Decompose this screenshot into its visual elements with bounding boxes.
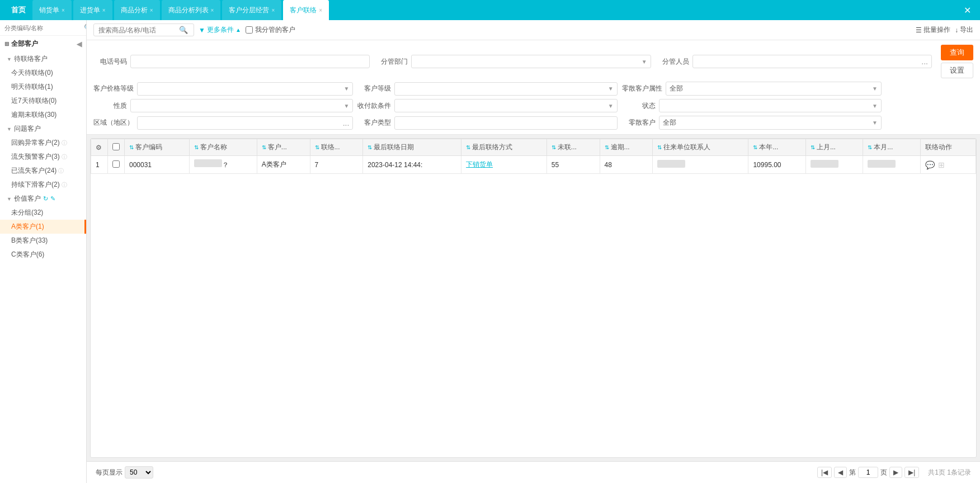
group-problem-label[interactable]: ▼ 问题客户	[0, 122, 86, 136]
filter-status-select[interactable]: ▼	[659, 99, 882, 112]
row-checkbox[interactable]	[112, 160, 120, 168]
th-overdue-label: 逾期...	[611, 143, 630, 151]
batch-op-icon: ☰	[916, 26, 922, 34]
sort-this-year-icon[interactable]: ⇅	[753, 144, 757, 150]
tab-purchase-label: 进货单	[80, 6, 100, 15]
tab-purchase[interactable]: 进货单 ×	[73, 0, 112, 20]
sort-last-date-icon[interactable]: ⇅	[368, 144, 372, 150]
td-checkbox[interactable]	[108, 156, 125, 174]
filter-payment-select[interactable]: ▼	[394, 99, 617, 112]
tab-product-analysis-close[interactable]: ×	[150, 7, 153, 13]
tab-customer-contact-close[interactable]: ×	[319, 7, 322, 13]
filter-retail-attr-select[interactable]: 全部 ▼	[666, 82, 882, 96]
tab-sales-close[interactable]: ×	[62, 7, 65, 13]
group-value-edit[interactable]: ✎	[50, 195, 55, 202]
filter-nature-select[interactable]: ▼	[130, 99, 353, 112]
sort-overdue-icon[interactable]: ⇅	[605, 144, 609, 150]
filter-dept-caret: ▼	[642, 59, 647, 65]
window-close-button[interactable]: ✕	[959, 5, 976, 16]
sidebar-item-7days[interactable]: 近7天待联络(0)	[0, 94, 86, 108]
td-this-year: 10995.00	[748, 156, 805, 174]
last-method-link[interactable]: 下销货单	[466, 160, 493, 168]
filter-retail2-value: 全部	[663, 118, 676, 127]
batch-op-label: 批量操作	[924, 25, 950, 35]
filter-phone-input[interactable]	[130, 55, 370, 68]
sidebar-item-tomorrow[interactable]: 明天待联络(1)	[0, 80, 86, 94]
my-customers-checkbox-label[interactable]: 我分管的客户	[246, 25, 295, 35]
group-value-refresh[interactable]: ↻	[43, 195, 48, 202]
th-gear[interactable]: ⚙	[91, 139, 108, 156]
tab-purchase-close[interactable]: ×	[102, 7, 106, 13]
sidebar-collapse-button[interactable]: ◀	[77, 40, 82, 48]
batch-op-button[interactable]: ☰ 批量操作	[916, 25, 950, 35]
sidebar-item-ungroup[interactable]: 未分组(32)	[0, 206, 86, 220]
sort-code-icon[interactable]: ⇅	[129, 144, 134, 150]
th-no-contact: ⇅未联...	[546, 139, 600, 156]
page-size-select[interactable]: 20 50 100	[125, 466, 153, 479]
th-last-date-label: 最后联络日期	[374, 143, 414, 151]
tab-customer-tier-close[interactable]: ×	[271, 7, 275, 13]
tab-product-analysis-list[interactable]: 商品分析列表 ×	[162, 0, 221, 20]
filter-customer-level-select[interactable]: ▼	[394, 82, 617, 96]
sidebar-search-input[interactable]	[4, 25, 82, 31]
query-button[interactable]: 查询	[941, 45, 973, 60]
filter-dept-select[interactable]: ▼	[411, 55, 651, 68]
filter-search-input[interactable]	[98, 26, 177, 34]
sort-no-contact-icon[interactable]: ⇅	[552, 144, 556, 150]
data-table: ⚙ ⇅客户编码 ⇅客户名称 ⇅客户... ⇅联络... ⇅最后联络日期 ⇅最后联…	[91, 139, 976, 174]
filter-region-select[interactable]: ...	[137, 116, 353, 130]
sidebar-item-lost[interactable]: 已流失客户(24) ⓘ	[0, 164, 86, 178]
prev-page-button[interactable]: ◀	[834, 467, 847, 478]
sidebar-item-today[interactable]: 今天待联络(0)	[0, 66, 86, 80]
filter-retail2-caret: ▼	[872, 120, 878, 126]
qr-icon[interactable]: ⊞	[938, 160, 945, 169]
my-customers-checkbox[interactable]	[246, 26, 253, 34]
tab-product-analysis-list-close[interactable]: ×	[211, 7, 214, 13]
tab-customer-contact[interactable]: 客户联络 ×	[283, 0, 329, 20]
current-page-input[interactable]	[858, 467, 878, 478]
filter-search-icon[interactable]: 🔍	[179, 26, 188, 34]
top-nav: 首页 销货单 × 进货单 × 商品分析 × 商品分析列表 × 客户分层经营 × …	[0, 0, 980, 20]
sort-last-method-icon[interactable]: ⇅	[466, 144, 470, 150]
group-value-label[interactable]: ▼ 价值客户 ↻ ✎	[0, 192, 86, 206]
sidebar-item-lost-label: 已流失客户(24)	[11, 166, 56, 176]
settings-button[interactable]: 设置	[941, 63, 973, 78]
all-customers-header[interactable]: ⊞ 全部客户 ◀	[0, 36, 86, 52]
filter-retail2-select[interactable]: 全部 ▼	[659, 116, 882, 130]
select-all-checkbox[interactable]	[112, 143, 120, 150]
info-icon-abnormal: ⓘ	[62, 139, 67, 147]
sort-name-icon[interactable]: ⇅	[194, 144, 199, 150]
home-tab[interactable]: 首页	[4, 0, 32, 20]
sort-type-icon[interactable]: ⇅	[262, 144, 266, 150]
sort-this-month-icon[interactable]: ⇅	[868, 144, 872, 150]
chat-icon[interactable]: 💬	[925, 160, 935, 169]
sidebar-item-overdue[interactable]: 逾期未联络(30)	[0, 108, 86, 122]
first-page-button[interactable]: |◀	[817, 467, 832, 478]
filter-dept: 分管部门 ▼	[374, 55, 651, 68]
th-last-date: ⇅最后联络日期	[363, 139, 461, 156]
sidebar-item-b-class[interactable]: B类客户(33)	[0, 234, 86, 248]
sidebar-item-abnormal[interactable]: 回购异常客户(2) ⓘ	[0, 136, 86, 150]
filter-customer-type-select[interactable]	[394, 116, 617, 130]
th-checkbox[interactable]	[108, 139, 125, 156]
export-button[interactable]: ↓ 导出	[955, 25, 973, 35]
tab-product-analysis[interactable]: 商品分析 ×	[114, 0, 160, 20]
sort-contact-icon[interactable]: ⇅	[315, 144, 319, 150]
unit-contact-blur	[657, 160, 685, 168]
filter-price-level-select[interactable]: ▼	[137, 82, 353, 96]
tab-sales[interactable]: 销货单 ×	[32, 0, 72, 20]
tab-customer-tier[interactable]: 客户分层经营 ×	[222, 0, 281, 20]
sort-unit-contact-icon[interactable]: ⇅	[657, 144, 662, 150]
sidebar-item-c-class[interactable]: C类客户(6)	[0, 248, 86, 262]
filter-staff-select[interactable]: ...	[692, 55, 932, 68]
sidebar-item-declining[interactable]: 持续下滑客户(2) ⓘ	[0, 178, 86, 192]
more-filter-button[interactable]: ▼ 更多条件 ▲	[199, 25, 241, 35]
filter-staff-label: 分管人员	[656, 57, 689, 67]
sort-last-month-icon[interactable]: ⇅	[811, 144, 815, 150]
sidebar-item-a-class[interactable]: A类客户(1)	[0, 220, 86, 234]
next-page-button[interactable]: ▶	[889, 467, 902, 478]
last-page-button[interactable]: ▶|	[904, 467, 919, 478]
th-action: 联络动作	[920, 139, 976, 156]
group-waiting-label[interactable]: ▼ 待联络客户	[0, 52, 86, 66]
sidebar-item-lostwarning[interactable]: 流失预警客户(3) ⓘ	[0, 150, 86, 164]
